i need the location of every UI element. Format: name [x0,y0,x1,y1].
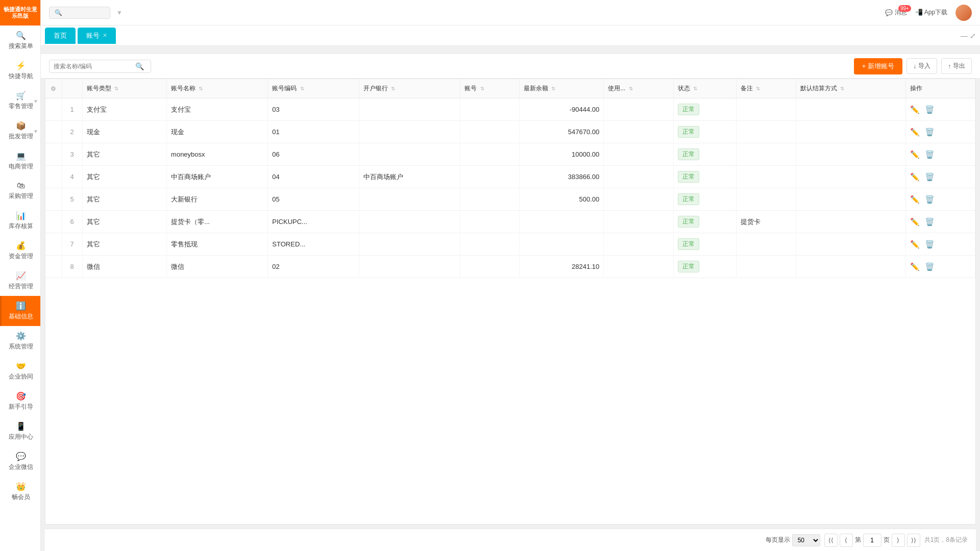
sidebar-item-purchase-mgmt[interactable]: 🛍 采购管理 [0,176,40,206]
row-account-code: PICKUPC... [268,211,359,233]
inventory-icon: 📊 [16,211,26,220]
tab-close-icon[interactable]: ✕ [103,32,107,39]
row-settings [45,256,62,278]
row-account-code: 02 [268,256,359,278]
delete-icon[interactable]: 🗑️ [925,217,935,227]
sidebar-item-ops-mgmt[interactable]: 📈 经营管理 [0,266,40,296]
delete-icon[interactable]: 🗑️ [925,105,935,114]
edit-icon[interactable]: ✏️ [910,128,920,137]
page-number-input[interactable] [863,534,881,547]
top-header: 🔍 ▼ 💬 消息 99+ 📲 App下载 [41,0,980,26]
search-input-wrap[interactable]: 🔍 [49,60,151,73]
page-size-select[interactable]: 50 100 200 [792,534,820,546]
header-dropdown[interactable]: ▼ [116,9,122,16]
row-default-settlement [796,211,906,233]
status-badge: 正常 [678,126,699,138]
col-account-code[interactable]: 账号编码 ⇅ [268,79,359,98]
ecommerce-mgmt-icon: 💻 [16,151,26,161]
delete-icon[interactable]: 🗑️ [925,172,935,182]
header-search-icon: 🔍 [55,9,62,16]
page-last-button[interactable]: ⟩⟩ [907,534,920,547]
main-content: 🔍 ▼ 💬 消息 99+ 📲 App下载 首页 账号 ✕ — [41,0,980,551]
row-status: 正常 [673,98,736,121]
export-button[interactable]: ↑ 导出 [941,58,972,74]
col-settings[interactable]: ⚙ [45,79,62,98]
sidebar-item-retail-mgmt[interactable]: 🛒 零售管理 ▼ [0,86,40,116]
sidebar-item-enterprise-agreement[interactable]: 🤝 企业协同 [0,356,40,386]
action-icons: ✏️ 🗑️ [910,240,971,249]
sidebar-item-system-mgmt[interactable]: ⚙️ 系统管理 [0,326,40,356]
page-first-button[interactable]: ⟨⟨ [824,534,838,547]
col-bank[interactable]: 开户银行 ⇅ [359,79,460,98]
row-index: 6 [62,211,82,233]
sidebar-item-finance-mgmt[interactable]: 💰 资金管理 [0,236,40,266]
page-prev-button[interactable]: ⟨ [840,534,853,547]
sidebar-item-search-menu[interactable]: 🔍 搜索菜单 [0,26,40,56]
col-latest-balance[interactable]: 最新余额 ⇅ [519,79,604,98]
edit-icon[interactable]: ✏️ [910,262,920,271]
row-status: 正常 [673,166,736,188]
tab-content: 🔍 + 新增账号 ↓ 导入 ↑ 导出 ⚙ [41,46,980,551]
import-button[interactable]: ↓ 导入 [906,58,937,74]
message-button[interactable]: 💬 消息 99+ [885,8,907,17]
delete-icon[interactable]: 🗑️ [925,150,935,159]
row-bank [359,188,460,211]
row-account-name: 大新银行 [167,188,268,211]
row-index: 8 [62,256,82,278]
delete-icon[interactable]: 🗑️ [925,195,935,204]
edit-icon[interactable]: ✏️ [910,195,920,204]
total-info: 共1页，8条记录 [924,536,968,544]
header-search-box[interactable]: 🔍 [49,7,110,19]
edit-icon[interactable]: ✏️ [910,217,920,227]
row-usage [604,143,673,166]
edit-icon[interactable]: ✏️ [910,105,920,114]
add-account-button[interactable]: + 新增账号 [854,58,902,74]
sidebar: 畅捷通时生意 乐邑版 🔍 搜索菜单 ⚡ 快捷导航 🛒 零售管理 ▼ 📦 批发管理… [0,0,41,551]
row-account-no [460,256,519,278]
col-account-type[interactable]: 账号类型 ⇅ [82,79,167,98]
row-account-code: 01 [268,121,359,143]
tab-home[interactable]: 首页 [45,28,76,44]
edit-icon[interactable]: ✏️ [910,150,920,159]
col-account-name[interactable]: 账号名称 ⇅ [167,79,268,98]
chevron-down-icon-2: ▼ [33,128,38,134]
delete-icon[interactable]: 🗑️ [925,262,935,271]
user-avatar[interactable] [955,5,972,21]
tab-accounts[interactable]: 账号 ✕ [78,28,116,44]
row-remark [736,98,796,121]
sidebar-item-basic-info[interactable]: ℹ️ 基础信息 [0,296,40,326]
page-next-button[interactable]: ⟩ [892,534,905,547]
window-maximize-button[interactable]: ⤢ [970,32,976,40]
sidebar-item-newbie-guide[interactable]: 🎯 新手引导 [0,386,40,416]
sidebar-item-enterprise-wechat[interactable]: 💬 企业微信 [0,446,40,477]
col-actions: 操作 [906,79,975,98]
window-minimize-button[interactable]: — [961,32,968,40]
delete-icon[interactable]: 🗑️ [925,128,935,137]
search-input[interactable] [54,63,135,70]
sidebar-item-wholesale-mgmt[interactable]: 📦 批发管理 ▼ [0,116,40,146]
edit-icon[interactable]: ✏️ [910,172,920,182]
sidebar-item-inventory[interactable]: 📊 库存核算 [0,206,40,236]
delete-icon[interactable]: 🗑️ [925,240,935,249]
wholesale-mgmt-icon: 📦 [16,121,26,131]
sidebar-item-quick-nav[interactable]: ⚡ 快捷导航 [0,56,40,86]
purchase-mgmt-icon: 🛍 [17,181,25,190]
col-status[interactable]: 状态 ⇅ [673,79,736,98]
col-remark[interactable]: 备注 ⇅ [736,79,796,98]
app-download-button[interactable]: 📲 App下载 [915,8,947,17]
col-default-settlement[interactable]: 默认结算方式 ⇅ [796,79,906,98]
col-usage[interactable]: 使用... ⇅ [604,79,673,98]
table-header-row: ⚙ 账号类型 ⇅ 账号名称 ⇅ 账号编码 ⇅ 开户银行 ⇅ 账号 ⇅ 最新余额 … [45,79,975,98]
sidebar-item-enjoy-member[interactable]: 👑 畅会员 [0,477,40,507]
sidebar-item-ecommerce-mgmt[interactable]: 💻 电商管理 [0,146,40,176]
row-account-type: 微信 [82,256,167,278]
sidebar-item-app-center[interactable]: 📱 应用中心 [0,416,40,446]
edit-icon[interactable]: ✏️ [910,240,920,249]
row-account-code: 04 [268,166,359,188]
row-bank: 中百商场账户 [359,166,460,188]
col-account-no[interactable]: 账号 ⇅ [460,79,519,98]
row-account-type: 现金 [82,121,167,143]
row-remark: 提货卡 [736,211,796,233]
row-account-type: 其它 [82,143,167,166]
app-center-icon: 📱 [16,421,26,431]
